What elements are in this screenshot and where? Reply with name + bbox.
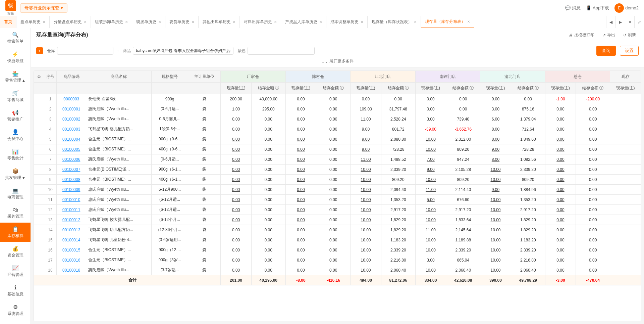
col-na-qty[interactable]: 5.00 — [415, 195, 446, 205]
col-fc-qty[interactable]: 1.00 — [221, 104, 252, 114]
col-code[interactable]: 00100008 — [57, 175, 86, 185]
col-jb-qty[interactable]: 9.00 — [351, 134, 381, 144]
sidebar-item-system[interactable]: ⚙ 系统管理 — [0, 300, 31, 320]
col-code[interactable]: 00100005 — [57, 144, 86, 154]
col-fc-qty[interactable]: 0.00 — [221, 154, 252, 165]
col-cc-qty[interactable]: 0.00 — [285, 165, 316, 175]
tab-cost-adjust[interactable]: 成本调整单历史 ✕ — [326, 16, 368, 28]
col-na-qty[interactable]: 10.00 — [415, 144, 446, 154]
col-zc-qty[interactable]: 0.00 — [545, 144, 576, 154]
col-na-qty[interactable]: -39.00 — [415, 124, 446, 134]
export-btn[interactable]: ↗ 导出 — [600, 31, 618, 39]
col-fc-qty[interactable]: 0.00 — [221, 175, 252, 185]
col-fc-qty[interactable]: 0.00 — [221, 124, 252, 134]
col-jb-qty[interactable]: 10.00 — [351, 225, 381, 235]
sidebar-item-marketing[interactable]: 📢 营销推广 — [0, 106, 31, 126]
sidebar-item-inventory[interactable]: 📋 库存核算 — [0, 223, 31, 242]
col-jb-qty[interactable]: 10.00 — [351, 195, 381, 205]
col-cc-qty[interactable]: 0.00 — [285, 114, 316, 124]
col-code[interactable]: 00100007 — [57, 165, 86, 175]
close-icon[interactable]: ✕ — [467, 20, 470, 24]
col-cc-qty[interactable]: 0.00 — [285, 195, 316, 205]
col-zc-qty[interactable]: 0.00 — [545, 215, 576, 225]
col-yb-qty[interactable]: 10.00 — [480, 245, 511, 255]
close-icon[interactable]: ✕ — [233, 20, 235, 24]
col-cc-qty[interactable]: 0.00 — [285, 185, 316, 195]
col-zc-qty[interactable]: 0.00 — [545, 175, 576, 185]
close-icon[interactable]: ✕ — [319, 20, 322, 24]
tab-prev-arrow[interactable]: ◀ — [606, 16, 616, 28]
query-button[interactable]: 查询 — [596, 46, 616, 56]
settings-icon[interactable]: ⚙ — [37, 75, 41, 79]
col-code[interactable]: 00100010 — [57, 195, 86, 205]
col-zc-qty[interactable]: 0.00 — [545, 165, 576, 175]
sidebar-item-mall[interactable]: 🛒 零售商城 — [0, 87, 31, 106]
col-na-qty[interactable]: 10.00 — [415, 175, 446, 185]
warehouse-input[interactable] — [57, 47, 113, 55]
col-yb-qty[interactable]: 3.00 — [480, 104, 511, 114]
col-zc-qty[interactable]: -1.00 — [545, 94, 576, 104]
col-code[interactable]: 00100011 — [57, 205, 86, 215]
message-btn[interactable]: 💬 消息 — [565, 5, 581, 11]
setting-button[interactable]: 设置 — [620, 46, 639, 56]
sidebar-item-retail[interactable]: 🏪 零售管理 ▲ — [0, 67, 31, 87]
col-jb-qty[interactable]: 10.00 — [351, 205, 381, 215]
col-na-qty[interactable]: 10.00 — [415, 245, 446, 255]
col-cc-qty[interactable]: 0.00 — [285, 245, 316, 255]
col-yb-qty[interactable]: 10.00 — [480, 235, 511, 245]
close-icon[interactable]: ✕ — [158, 20, 161, 24]
col-zc-qty[interactable]: 0.00 — [545, 245, 576, 255]
col-na-qty[interactable]: 10.00 — [415, 235, 446, 245]
col-yb-qty[interactable]: 0.00 — [480, 94, 511, 104]
industry-selector[interactable]: 母婴行业演示陈套 ▾ — [20, 3, 67, 13]
col-code[interactable]: 00100018 — [57, 265, 86, 275]
col-cc-qty[interactable]: 0.00 — [285, 235, 316, 245]
sidebar-item-operations[interactable]: 📈 经营管理 — [0, 262, 31, 281]
col-zc-qty[interactable]: 0.00 — [545, 205, 576, 215]
col-na-qty[interactable]: 3.00 — [415, 114, 446, 124]
col-code[interactable]: 0000003 — [57, 94, 86, 104]
col-cc-qty[interactable]: 0.00 — [285, 94, 316, 104]
col-jb-qty[interactable]: 10.00 — [351, 175, 381, 185]
col-zc-qty[interactable]: 0.00 — [545, 255, 576, 265]
tab-home[interactable]: 首页 — [0, 16, 16, 28]
col-code[interactable]: 00100006 — [57, 154, 86, 165]
col-fc-qty[interactable]: 0.00 — [221, 215, 252, 225]
filter-collapse-btn[interactable]: › — [36, 47, 43, 54]
col-na-qty[interactable]: 11.00 — [415, 185, 446, 195]
col-code[interactable]: 00100012 — [57, 215, 86, 225]
col-na-qty[interactable]: 11.00 — [415, 225, 446, 235]
col-fc-qty[interactable]: 0.00 — [221, 265, 252, 275]
col-yb-qty[interactable]: 8.00 — [480, 124, 511, 134]
col-fc-qty[interactable]: 0.00 — [221, 144, 252, 154]
col-jb-qty[interactable]: 11.00 — [351, 114, 381, 124]
sidebar-item-retail-stats[interactable]: 📊 零售统计 — [0, 145, 31, 165]
col-cc-qty[interactable]: 0.00 — [285, 255, 316, 265]
col-jb-qty[interactable]: 10.00 — [351, 255, 381, 265]
col-na-qty[interactable]: 7.00 — [415, 154, 446, 165]
col-na-qty[interactable]: 0.00 — [415, 104, 446, 114]
col-fc-qty[interactable]: 0.00 — [221, 195, 252, 205]
col-yb-qty[interactable]: 6.00 — [480, 114, 511, 124]
tab-material-out[interactable]: 材料出库单历史 ✕ — [240, 16, 281, 28]
col-zc-qty[interactable]: 0.00 — [545, 124, 576, 134]
close-icon[interactable]: ✕ — [192, 20, 194, 24]
col-cc-qty[interactable]: 0.00 — [285, 175, 316, 185]
col-yb-qty[interactable]: 10.00 — [480, 255, 511, 265]
tab-next-arrow[interactable]: ▶ — [616, 16, 625, 28]
sidebar-item-search[interactable]: 🔍 搜索英单 — [0, 28, 31, 48]
col-yb-qty[interactable]: 8.00 — [480, 154, 511, 165]
col-code[interactable]: 00100013 — [57, 225, 86, 235]
col-cc-qty[interactable]: 0.00 — [285, 225, 316, 235]
col-yb-qty[interactable]: 9.00 — [480, 144, 511, 154]
close-icon[interactable]: ✕ — [43, 20, 45, 24]
tab-assembly[interactable]: 组装拆卸单历史 ✕ — [91, 16, 132, 28]
col-yb-qty[interactable]: 10.00 — [480, 215, 511, 225]
col-cc-qty[interactable]: 0.00 — [285, 124, 316, 134]
col-cc-qty[interactable]: 0.00 — [285, 205, 316, 215]
col-fc-qty[interactable]: 0.00 — [221, 114, 252, 124]
col-cc-qty[interactable]: 0.00 — [285, 134, 316, 144]
tab-product-in[interactable]: 产成品入库单历史 ✕ — [281, 16, 326, 28]
col-na-qty[interactable]: 10.00 — [415, 134, 446, 144]
col-zc-qty[interactable]: 0.00 — [545, 235, 576, 245]
